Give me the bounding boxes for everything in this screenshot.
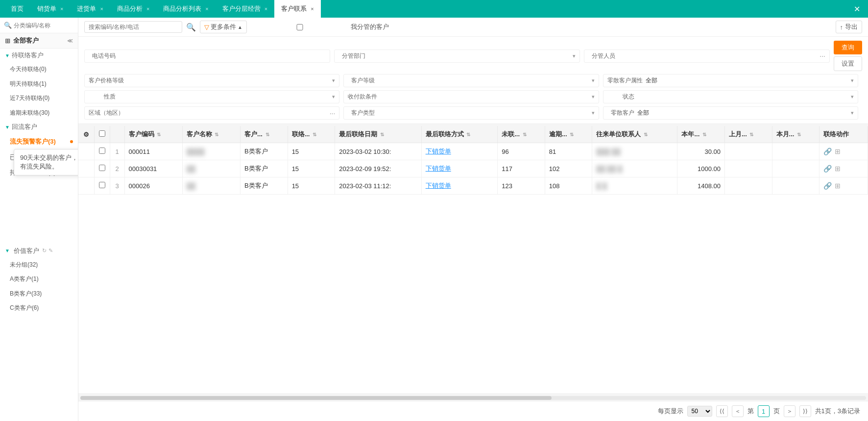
close-sales-tab[interactable]: ×: [60, 0, 63, 18]
row3-code: 000026: [124, 177, 182, 195]
row3-grid-icon[interactable]: ⊞: [835, 182, 841, 190]
row1-method-link[interactable]: 下销货单: [426, 148, 451, 155]
close-window-button[interactable]: ✕: [850, 4, 864, 14]
filter-status-label: 状态: [607, 93, 634, 101]
row2-last-method[interactable]: 下销货单: [421, 160, 498, 177]
filter-customer-type: 客户类型 ▾: [343, 106, 599, 120]
col-this-month[interactable]: 本月... ⇅: [772, 126, 820, 143]
sort-code-icon: ⇅: [157, 132, 161, 137]
nav-home[interactable]: 首页: [4, 0, 30, 18]
col-this-year[interactable]: 本年... ⇅: [677, 126, 725, 143]
nav-customer-contact[interactable]: 客户联系 ×: [274, 0, 320, 18]
row3-settings: [78, 177, 94, 195]
per-page-label: 每页显示: [658, 407, 683, 416]
region-more-icon[interactable]: ···: [330, 109, 336, 117]
sidebar-search-input[interactable]: [14, 22, 74, 29]
more-filter-button[interactable]: ▽ 更多条件 ▲: [200, 21, 247, 33]
row3-select[interactable]: [99, 182, 105, 188]
search-input[interactable]: [84, 21, 182, 33]
sidebar-item-class-b[interactable]: B类客户(33): [0, 287, 78, 301]
row3-last-method[interactable]: 下销货单: [421, 177, 498, 195]
close-purchase-tab[interactable]: ×: [100, 0, 103, 18]
customer-type-dropdown-icon[interactable]: ▾: [592, 110, 595, 116]
nav-purchase[interactable]: 进货单 ×: [70, 0, 110, 18]
sidebar-item-class-c[interactable]: C类客户(6): [0, 301, 78, 316]
price-level-dropdown-icon[interactable]: ▾: [332, 77, 335, 84]
select-all-checkbox[interactable]: [99, 130, 105, 137]
sidebar-item-churn-warning[interactable]: 流失预警客户(3): [0, 134, 78, 149]
my-customers-checkbox[interactable]: [251, 24, 349, 30]
sidebar-group-value[interactable]: ▼ 价值客户 ↻ ✎: [0, 244, 78, 258]
all-customers-header[interactable]: ⊞ 全部客户 ≪: [0, 33, 78, 49]
col-checkbox: [94, 126, 110, 143]
total-records-label: 共1页，3条记录: [815, 407, 860, 416]
settings-button[interactable]: 设置: [834, 56, 862, 71]
sidebar-item-class-a[interactable]: A类客户(1): [0, 272, 78, 287]
status-dropdown-icon[interactable]: ▾: [851, 94, 854, 100]
filter-panel: 电话号码 分管部门 ▾ 分管人员 ··· 查询 设置: [78, 37, 868, 124]
sidebar-group-churn[interactable]: ▼ 回流客户: [0, 120, 78, 134]
sidebar-item-tomorrow-pending[interactable]: 明天待联络(1): [0, 77, 78, 92]
next-page-button[interactable]: ＞: [784, 405, 796, 417]
manager-more-icon[interactable]: ···: [820, 52, 825, 60]
nav-goods-analysis[interactable]: 商品分析 ×: [110, 0, 156, 18]
filter-nature: 性质 ▾: [84, 90, 339, 103]
nature-dropdown-icon[interactable]: ▾: [332, 94, 335, 100]
edit-icon[interactable]: ✎: [48, 248, 53, 254]
col-code[interactable]: 客户编码 ⇅: [124, 126, 182, 143]
col-contact[interactable]: 联络... ⇅: [288, 126, 335, 143]
first-page-button[interactable]: ⟨⟨: [716, 405, 728, 417]
row3-method-link[interactable]: 下销货单: [426, 182, 451, 189]
col-last-month[interactable]: 上月... ⇅: [724, 126, 772, 143]
col-settings[interactable]: ⚙: [78, 126, 94, 143]
col-name[interactable]: 客户名称 ⇅: [182, 126, 240, 143]
col-last-date[interactable]: 最后联络日期 ⇅: [335, 126, 421, 143]
row1-link-icon[interactable]: 🔗: [823, 148, 832, 155]
last-page-button[interactable]: ⟩⟩: [799, 405, 811, 417]
filter-row-3: 性质 ▾ 收付款条件 ▾ 状态 ▾: [84, 90, 862, 103]
payment-dropdown-icon[interactable]: ▾: [592, 94, 595, 100]
filter-row-2: 客户价格等级 ▾ 客户等级 ▾ 零散客户属性 全部 ▾: [84, 74, 862, 87]
col-last-method[interactable]: 最后联络方式 ⇅: [421, 126, 498, 143]
close-goods-analysis-list-tab[interactable]: ×: [205, 0, 208, 18]
customer-level-dropdown-icon[interactable]: ▾: [592, 77, 595, 84]
close-customer-contact-tab[interactable]: ×: [311, 0, 313, 18]
row2-grid-icon[interactable]: ⊞: [835, 165, 841, 173]
nav-goods-analysis-list[interactable]: 商品分析列表 ×: [156, 0, 215, 18]
col-type[interactable]: 客户... ⇅: [241, 126, 288, 143]
search-button[interactable]: 🔍: [186, 23, 196, 32]
row1-last-method[interactable]: 下销货单: [421, 143, 498, 160]
per-page-select[interactable]: 50 100 200: [687, 406, 712, 417]
retail-attr-dropdown-icon[interactable]: ▾: [851, 77, 854, 84]
filter-region: 区域（地区） ···: [84, 106, 339, 120]
filter-phone-input[interactable]: [119, 52, 326, 59]
retail-customer-dropdown-icon[interactable]: ▾: [851, 110, 854, 116]
row1-grid-icon[interactable]: ⊞: [835, 148, 841, 155]
nav-customer-tier[interactable]: 客户分层经营 ×: [216, 0, 274, 18]
close-goods-analysis-tab[interactable]: ×: [146, 0, 149, 18]
col-overdue[interactable]: 逾期... ⇅: [545, 126, 592, 143]
sidebar-item-ungroup[interactable]: 未分组(32): [0, 258, 78, 272]
row1-contact: 15: [288, 143, 335, 160]
export-button[interactable]: ↑ 导出: [836, 21, 863, 33]
department-dropdown-icon[interactable]: ▾: [573, 53, 576, 59]
row3-link-icon[interactable]: 🔗: [823, 182, 832, 190]
sort-unit-contact-icon: ⇅: [644, 132, 648, 137]
nav-sales[interactable]: 销货单 ×: [30, 0, 70, 18]
horizontal-scrollbar[interactable]: [78, 395, 868, 401]
query-button[interactable]: 查询: [834, 41, 862, 54]
sidebar-item-overdue-pending[interactable]: 逾期未联络(30): [0, 106, 78, 121]
sidebar-item-week-pending[interactable]: 近7天待联络(0): [0, 91, 78, 106]
col-uncontacted[interactable]: 未联... ⇅: [498, 126, 545, 143]
row2-link-icon[interactable]: 🔗: [823, 165, 832, 173]
row1-select[interactable]: [99, 148, 105, 154]
close-customer-tier-tab[interactable]: ×: [265, 0, 267, 18]
refresh-icon[interactable]: ↻: [42, 248, 47, 254]
prev-page-button[interactable]: ＜: [732, 405, 744, 417]
sidebar-group-pending-contact[interactable]: ▼ 待联络客户: [0, 49, 78, 62]
col-unit-contact[interactable]: 往来单位联系人 ⇅: [592, 126, 677, 143]
churn-warning-badge: [70, 140, 73, 143]
row2-method-link[interactable]: 下销货单: [426, 165, 451, 172]
row2-select[interactable]: [99, 165, 105, 171]
sidebar-item-today-pending[interactable]: 今天待联络(0): [0, 62, 78, 77]
